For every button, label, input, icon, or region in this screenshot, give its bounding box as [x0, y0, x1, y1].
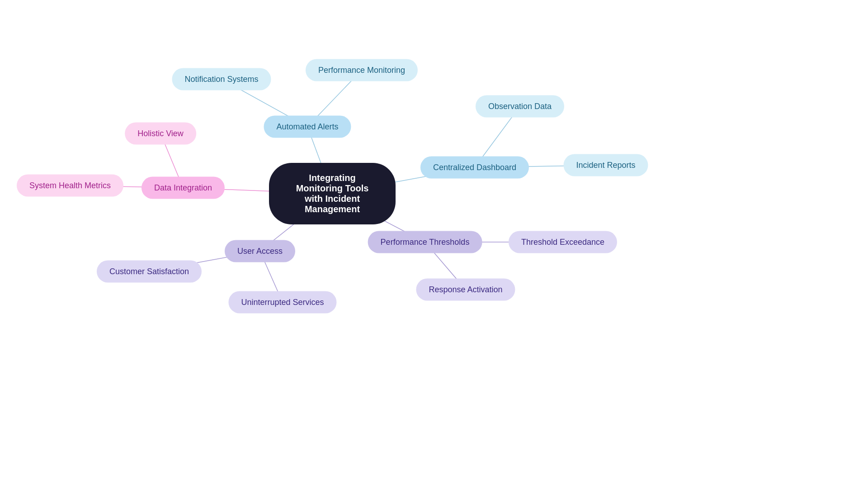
observation-data-node: Observation Data — [476, 95, 564, 118]
performance-thresholds-node: Performance Thresholds — [368, 231, 482, 253]
incident-reports-node: Incident Reports — [563, 154, 648, 176]
mind-map-canvas: Integrating Monitoring Tools with Incide… — [0, 0, 868, 490]
system-health-metrics-node: System Health Metrics — [17, 175, 123, 197]
centralized-dashboard-node: Centralized Dashboard — [420, 157, 529, 179]
performance-monitoring-node: Performance Monitoring — [306, 59, 418, 81]
data-integration-node: Data Integration — [142, 177, 225, 199]
holistic-view-node: Holistic View — [125, 123, 196, 145]
response-activation-node: Response Activation — [416, 279, 515, 301]
user-access-node: User Access — [225, 240, 295, 262]
uninterrupted-services-node: Uninterrupted Services — [228, 291, 336, 314]
notification-systems-node: Notification Systems — [172, 68, 271, 90]
center-node: Integrating Monitoring Tools with Incide… — [269, 163, 396, 224]
threshold-exceedance-node: Threshold Exceedance — [509, 231, 617, 253]
customer-satisfaction-node: Customer Satisfaction — [97, 261, 202, 283]
automated-alerts-node: Automated Alerts — [264, 116, 351, 138]
